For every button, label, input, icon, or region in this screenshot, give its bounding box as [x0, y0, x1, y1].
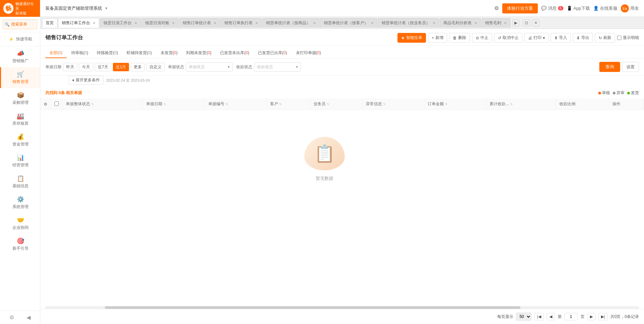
experience-btn[interactable]: 体验行业方案 [502, 3, 538, 13]
cancel-stop-btn[interactable]: ↺ 取消中止 [494, 33, 522, 43]
tab-close-all-btn[interactable]: ✕ [532, 19, 540, 26]
payment-select[interactable]: 收款状态 ▾ [254, 63, 301, 72]
page-number-input[interactable] [564, 313, 578, 320]
date-option-1month[interactable]: 近1月 [113, 63, 129, 71]
tab-sales-summary-customer[interactable]: 销货单统计表（按客户） ✕ [320, 18, 377, 28]
subtab-not-printed[interactable]: 未打印单据(0) [292, 48, 325, 58]
pagination-prev-btn[interactable]: ◀ [547, 313, 555, 320]
sidebar-item-inventory[interactable]: 🏭 库存核算 [0, 109, 40, 130]
tab-cash-reconcile-close[interactable]: ✕ [172, 21, 175, 25]
filter-setting-btn[interactable]: 设置 [622, 62, 639, 72]
sidebar-item-purchase[interactable]: 📦 采购管理 [0, 88, 40, 109]
pagination-first-btn[interactable]: |◀ [534, 313, 544, 320]
subtab-all[interactable]: 全部(0) [45, 48, 67, 58]
sidebar-item-finance[interactable]: 💰 资金管理 [0, 130, 40, 151]
col-customer-sort[interactable]: 客户 [270, 101, 306, 107]
show-detail-checkbox[interactable] [617, 36, 621, 40]
tab-sales-summary-staff-close[interactable]: ✕ [433, 21, 435, 25]
date-option-more[interactable]: 更多 [131, 63, 145, 71]
sidebar-item-system[interactable]: ⚙️ 系统管理 [0, 192, 40, 213]
tab-cash-daily[interactable]: 钱货日清工作台 ✕ [100, 18, 141, 28]
tab-sales-summary-customer-close[interactable]: ✕ [371, 21, 374, 25]
import-btn[interactable]: ⬆ 导入 [551, 33, 571, 43]
col-number-sort[interactable]: 单据编号 [208, 101, 263, 107]
tab-restore-btn[interactable]: ⊡ [523, 19, 530, 26]
stop-btn[interactable]: ⊘ 中止 [472, 33, 492, 43]
sidebar-item-basic[interactable]: 📋 基础信息 [0, 171, 40, 192]
print-btn[interactable]: 🖨 打印 ▾ [524, 33, 549, 43]
search-menu-btn[interactable]: 🔍 搜索菜单 [3, 19, 37, 29]
tab-cash-daily-close[interactable]: ✕ [134, 21, 137, 25]
expand-conditions-btn[interactable]: ▾ 展开更多条件 [69, 76, 103, 85]
app-download-btn[interactable]: 📱 App下载 [567, 5, 590, 11]
page-size-select[interactable]: 50 [516, 313, 531, 321]
tab-sales-detail-close[interactable]: ✕ [504, 21, 507, 25]
subtab-not-shipped[interactable]: 未发货(0) [157, 48, 182, 58]
tab-sales-stat[interactable]: 销售订单统计表 ✕ [179, 18, 220, 28]
tab-sales-exec[interactable]: 销售订单执行表 ✕ [221, 18, 262, 28]
horizontal-scrollbar[interactable] [45, 306, 639, 309]
user-btn[interactable]: Ea 用友 [621, 4, 639, 12]
sidebar-item-sales[interactable]: 🛒 销售管理 [0, 67, 40, 88]
col-amount: 订单金额 [424, 98, 486, 110]
scrollbar-thumb[interactable] [105, 306, 520, 309]
message-btn[interactable]: 💬 消息 6 [541, 5, 563, 11]
orders-table: ⚙ 单据整体状态 单据日期 单据编号 [40, 98, 644, 208]
date-option-7days[interactable]: 近7天 [95, 63, 111, 71]
col-amount-sort[interactable]: 订单金额 [428, 101, 482, 107]
export-btn[interactable]: ⬇ 导出 [573, 33, 593, 43]
pagination-last-btn[interactable]: ▶| [598, 313, 608, 320]
review-action-btn[interactable]: 审核 [598, 90, 610, 96]
col-date-sort[interactable]: 单据日期 [146, 101, 201, 107]
sidebar-item-quick-nav[interactable]: ⚡ 快捷导航 [3, 34, 37, 44]
sidebar-collapse-btn[interactable]: ◀ [27, 314, 31, 321]
cancel-review-action-btn[interactable]: 弃审 [613, 90, 625, 96]
status-select[interactable]: 单据状态 ▾ [186, 63, 233, 72]
settings-icon[interactable]: ⚙ [494, 5, 499, 11]
sidebar-item-guide[interactable]: 🎯 新手引导 [0, 234, 40, 255]
pagination-next-btn[interactable]: ▶ [587, 313, 596, 320]
smart-create-btn[interactable]: ★ 智能生单 [397, 33, 426, 43]
online-service-btn[interactable]: 👤 在线客服 [593, 5, 617, 11]
tab-nav-prev[interactable]: ▶ [512, 19, 519, 26]
tab-sales-summary-product-close[interactable]: ✕ [313, 21, 316, 25]
app-logo: 畅 畅捷通好生意 标准版 [0, 0, 40, 17]
delete-btn[interactable]: 🗑 删除 [449, 33, 470, 43]
refresh-btn[interactable]: ↻ 刷新 [595, 33, 615, 43]
sidebar-item-enterprise[interactable]: 🤝 企业协同 [0, 213, 40, 234]
tab-product-margin[interactable]: 商品毛利分析表 ✕ [440, 18, 481, 28]
tab-sales-exec-close[interactable]: ✕ [255, 21, 258, 25]
sidebar-item-operations[interactable]: 📊 经营管理 [0, 151, 40, 171]
tab-sales-stat-close[interactable]: ✕ [214, 21, 216, 25]
subtab-pending-inspect[interactable]: 待拣验货(0) [93, 48, 122, 58]
col-status-sort[interactable]: 单据整体状态 [66, 101, 139, 107]
tab-sales-summary-product[interactable]: 销货单统计表（按商品） ✕ [262, 18, 319, 28]
subtab-wangpu-pending[interactable]: 旺铺待发货(0) [123, 48, 156, 58]
subtab-shipped-not-warehouse[interactable]: 已发货未出库(0) [216, 48, 253, 58]
tab-cash-reconcile[interactable]: 钱货日清对账 ✕ [141, 18, 178, 28]
sidebar-settings-btn[interactable]: ⚙ [9, 314, 14, 321]
date-option-custom[interactable]: 自定义 [146, 63, 165, 71]
tab-sales-summary-staff[interactable]: 销货单统计表（按业务员） ✕ [378, 18, 439, 28]
tab-home[interactable]: 首页 [42, 18, 57, 28]
tab-sales-detail[interactable]: 销售毛利 ✕ [481, 18, 510, 28]
tab-product-margin-close[interactable]: ✕ [474, 21, 477, 25]
settings-column-icon[interactable]: ⚙ [44, 102, 47, 107]
tab-sales-workbench[interactable]: 销售订单工作台 ✕ [58, 18, 99, 28]
query-btn[interactable]: 查询 [599, 62, 620, 72]
col-staff-sort[interactable]: 业务员 [313, 101, 359, 107]
tab-sales-workbench-close[interactable]: ✕ [93, 21, 95, 25]
add-btn[interactable]: + 新增 [428, 33, 447, 43]
show-detail-checkbox-label[interactable]: 显示明细 [617, 35, 639, 41]
date-option-today[interactable]: 今天 [79, 63, 93, 71]
sidebar-item-marketing[interactable]: 📣 营销推广 [0, 46, 40, 67]
subtab-pending-review[interactable]: 待审核(0) [67, 48, 92, 58]
col-abnormal-sort[interactable]: 异常信息 [366, 101, 421, 107]
col-collected-sort[interactable]: 累计收款... [489, 101, 552, 107]
col-abnormal: 异常信息 [362, 98, 424, 110]
ship-action-btn[interactable]: 发货 [627, 90, 639, 96]
subtab-expired-not-shipped[interactable]: 到期未发货(0) [182, 48, 215, 58]
date-option-yesterday[interactable]: 昨天 [63, 63, 77, 71]
subtab-shipped-warehouse[interactable]: 已发货已出库(0) [254, 48, 291, 58]
select-all-checkbox[interactable] [54, 102, 59, 106]
